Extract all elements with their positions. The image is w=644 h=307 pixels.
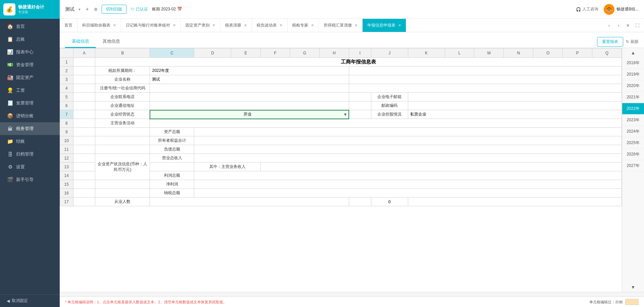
- cell-d11[interactable]: [194, 145, 622, 154]
- row-header[interactable]: 10: [60, 136, 73, 145]
- switch-mode-button[interactable]: 切到旧版: [102, 5, 126, 14]
- cell-b9[interactable]: [95, 128, 150, 136]
- cell-d16[interactable]: [194, 189, 622, 198]
- sidebar-item-invoice[interactable]: 🧾 发票管理: [0, 97, 60, 109]
- cell-k7[interactable]: 私营企业: [408, 110, 622, 119]
- cell-rest-2[interactable]: [349, 67, 622, 75]
- cell-d14[interactable]: [194, 171, 622, 180]
- cell-j5[interactable]: 企业电子邮箱: [371, 93, 408, 101]
- tab-auxiliary[interactable]: 科目辅助余额表 ✕: [77, 19, 121, 32]
- add-tab-button[interactable]: ＋: [85, 6, 90, 13]
- cell-c11[interactable]: 负债总额: [150, 145, 194, 154]
- col-header-g[interactable]: G: [290, 48, 320, 58]
- cell-a7[interactable]: [73, 110, 95, 119]
- year-item-2026[interactable]: 2026年: [622, 149, 644, 160]
- year-item-2022[interactable]: 2022年: [622, 103, 644, 115]
- service-button[interactable]: 🎧 人工咨询: [576, 6, 598, 12]
- cell-c14[interactable]: 利润总额: [150, 171, 194, 180]
- cell-b6[interactable]: 企业通信地址: [95, 101, 150, 110]
- refresh-button[interactable]: ↻ 刷新: [626, 39, 639, 45]
- tab-tax-reconcile[interactable]: 所得税汇算清缴 ✕: [319, 19, 363, 32]
- cell-b7[interactable]: 企业经营状态: [95, 110, 150, 119]
- col-header-d[interactable]: D: [194, 48, 231, 58]
- cell-c15[interactable]: 净利润: [150, 180, 194, 189]
- sidebar-item-archive[interactable]: 🗄 归档管理: [0, 148, 60, 161]
- col-header-h[interactable]: H: [319, 48, 349, 58]
- col-header-k[interactable]: K: [408, 48, 445, 58]
- cell-c3[interactable]: 测试: [150, 75, 349, 84]
- cell-i7[interactable]: [349, 110, 371, 119]
- cell-b8[interactable]: 主营业务活动: [95, 119, 150, 128]
- tab-annual-report[interactable]: 年报信息申报表 ✕: [363, 19, 406, 32]
- cell-d15[interactable]: [194, 180, 622, 189]
- cell-c8[interactable]: [150, 119, 622, 128]
- cell-d12[interactable]: [194, 154, 622, 163]
- cell-j6[interactable]: 邮政编码: [371, 101, 408, 110]
- tab-journal[interactable]: 日记账与银行对账单核对 ✕: [121, 19, 181, 32]
- cell-a2[interactable]: [73, 67, 95, 75]
- year-down-button[interactable]: ▼: [622, 282, 644, 292]
- cell-a14[interactable]: [73, 171, 95, 180]
- row-header[interactable]: 9: [60, 128, 73, 136]
- dropdown-arrow-icon[interactable]: ▾: [78, 7, 80, 12]
- cell-b17[interactable]: 从业人数: [95, 198, 150, 206]
- col-header-e[interactable]: E: [231, 48, 261, 58]
- cell-c7-dropdown[interactable]: 开业 ▼: [150, 110, 349, 119]
- tab-home[interactable]: 首页: [60, 19, 77, 32]
- cell-title[interactable]: 工商年报信息表: [95, 58, 622, 67]
- cell-a1[interactable]: [73, 58, 95, 67]
- sidebar-item-reports[interactable]: 📊 报表中心: [0, 46, 60, 58]
- cell-a9[interactable]: [73, 128, 95, 136]
- cell-b2[interactable]: 税款所属期间：: [95, 67, 150, 75]
- row-header[interactable]: 17: [60, 198, 73, 206]
- year-item-2019[interactable]: 2019年: [622, 69, 644, 80]
- sidebar-item-close[interactable]: 📁 结账: [0, 135, 60, 148]
- cell-k5[interactable]: [408, 93, 622, 101]
- tab-expand-button[interactable]: ⛶: [633, 21, 641, 30]
- col-header-f[interactable]: F: [261, 48, 290, 58]
- cell-a10[interactable]: [73, 136, 95, 145]
- col-header-i[interactable]: I: [349, 48, 371, 58]
- cell-c2[interactable]: 2022年度: [150, 67, 349, 75]
- tab-close-icon[interactable]: ✕: [355, 23, 358, 28]
- cell-j7[interactable]: 企业控股情况: [371, 110, 408, 119]
- cell-a5[interactable]: [73, 93, 95, 101]
- col-header-p[interactable]: P: [563, 48, 592, 58]
- sidebar-item-salary[interactable]: 👷 工资: [0, 84, 60, 97]
- cell-b4[interactable]: 注册号/统一社会信用代码: [95, 84, 150, 93]
- tab-close-icon[interactable]: ✕: [279, 23, 282, 28]
- cell-c9[interactable]: 资产总额: [150, 128, 194, 136]
- cell-f13[interactable]: [261, 163, 622, 171]
- row-header[interactable]: 8: [60, 119, 73, 128]
- year-item-2021[interactable]: 2021年: [622, 92, 644, 103]
- tab-tax-table[interactable]: 税表清册 ✕: [220, 19, 252, 32]
- cell-rest-3[interactable]: [349, 75, 622, 84]
- sidebar-collapse-button[interactable]: ◀ 取消固定: [0, 294, 60, 307]
- col-header-l[interactable]: L: [445, 48, 474, 58]
- cell-c17[interactable]: [150, 198, 349, 206]
- tab-close-icon[interactable]: ✕: [244, 23, 247, 28]
- tab-close-icon[interactable]: ✕: [113, 23, 116, 28]
- sub-tab-other[interactable]: 其他信息: [96, 36, 127, 48]
- sheet-main[interactable]: A B C D E F G H I J K L M: [60, 48, 622, 292]
- cell-c16[interactable]: 纳税总额: [150, 189, 194, 198]
- cell-b10[interactable]: [95, 136, 150, 145]
- row-header[interactable]: 16: [60, 189, 73, 198]
- tab-close-icon[interactable]: ✕: [173, 23, 176, 28]
- cell-k6[interactable]: [408, 101, 622, 110]
- cell-c12[interactable]: 营业总收入: [150, 154, 194, 163]
- year-item-2025[interactable]: 2025年: [622, 137, 644, 149]
- cell-a12[interactable]: [73, 154, 95, 163]
- cell-b3[interactable]: 企业名称: [95, 75, 150, 84]
- row-header[interactable]: 5: [60, 93, 73, 101]
- year-item-2024[interactable]: 2024年: [622, 126, 644, 137]
- cell-rest-4[interactable]: [349, 84, 622, 93]
- col-header-b[interactable]: B: [95, 48, 150, 58]
- cell-a6[interactable]: [73, 101, 95, 110]
- col-header-q[interactable]: Q: [592, 48, 622, 58]
- cell-a15[interactable]: [73, 180, 95, 189]
- col-header-m[interactable]: M: [474, 48, 504, 58]
- cell-c13[interactable]: [150, 163, 194, 171]
- col-header-a[interactable]: A: [73, 48, 95, 58]
- cell-b12[interactable]: 企业资产状况信息(币种：人民币万元): [95, 154, 150, 180]
